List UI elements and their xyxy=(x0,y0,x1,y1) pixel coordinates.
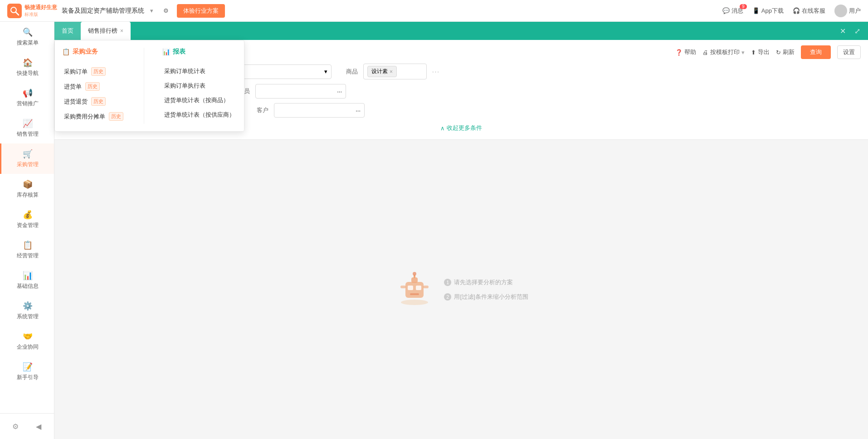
footer-settings-button[interactable]: ⚙ xyxy=(8,419,23,434)
menu-item-incoming-stats-supplier[interactable]: 进货单统计表（按供应商） xyxy=(162,108,237,122)
tab-home[interactable]: 首页 xyxy=(54,22,81,40)
app-download-button[interactable]: 📱 App下载 xyxy=(752,7,784,15)
online-service-button[interactable]: 🎧 在线客服 xyxy=(793,7,825,15)
messages-button[interactable]: 💬 消息 9 xyxy=(722,7,743,15)
tab-bar-actions: ✕ ⤢ xyxy=(837,25,868,36)
help-button[interactable]: ❓ 帮助 xyxy=(675,48,696,56)
svg-rect-11 xyxy=(423,286,429,288)
customer-label: 客户 xyxy=(257,106,268,114)
menu-item-order-stats[interactable]: 采购订单统计表 xyxy=(162,64,237,79)
headset-icon: 🎧 xyxy=(793,7,800,14)
sidebar-item-marketing[interactable]: 📢 营销推广 xyxy=(0,83,54,113)
report-section-title: 📊 报表 xyxy=(162,48,237,59)
menu-item-incoming-stats-goods[interactable]: 进货单统计表（按商品） xyxy=(162,93,237,108)
user-button[interactable]: 用户 xyxy=(834,5,861,17)
sidebar-item-search[interactable]: 🔍 搜索菜单 xyxy=(0,22,54,52)
goods-more-dots[interactable]: ··· xyxy=(432,68,440,75)
voucher-status-select[interactable]: ▾ xyxy=(241,64,332,79)
menu-item-return[interactable]: 进货退货 历史 xyxy=(62,94,126,109)
system-settings-icon[interactable]: ⚙ xyxy=(159,4,173,18)
svg-rect-4 xyxy=(408,286,413,290)
refresh-button[interactable]: ↻ 刷新 xyxy=(776,48,795,56)
history-badge-0: 历史 xyxy=(91,67,106,76)
print-dropdown-arrow[interactable]: ▾ xyxy=(741,49,745,56)
ops-icon: 📋 xyxy=(23,240,33,250)
customer-dots: ··· xyxy=(356,107,361,114)
trial-button[interactable]: 体验行业方案 xyxy=(177,4,225,18)
sidebar-item-inventory[interactable]: 📦 库存核算 xyxy=(0,174,54,204)
sys-icon: ⚙️ xyxy=(23,301,33,311)
goods-tag-close[interactable]: × xyxy=(390,69,393,75)
sidebar-item-quick-nav[interactable]: 🏠 快捷导航 xyxy=(0,52,54,83)
menu-item-expense[interactable]: 采购费用分摊单 历史 xyxy=(62,109,126,124)
purchase-icon: 🛒 xyxy=(23,149,33,159)
sidebar-item-enterprise[interactable]: 🤝 企业协同 xyxy=(0,326,54,356)
menu-divider xyxy=(144,48,144,124)
tab-bar: 首页 销售排行榜 × ✕ ⤢ xyxy=(54,22,868,40)
step2-num: 2 xyxy=(444,293,451,301)
query-button[interactable]: 查询 xyxy=(801,45,831,59)
empty-text: 1 请先选择要分析的方案 2 用[过滤]条件来缩小分析范围 xyxy=(444,276,528,303)
sales-icon: 📈 xyxy=(23,118,33,128)
finance-icon: 💰 xyxy=(23,210,33,220)
sidebar-item-sys[interactable]: ⚙️ 系统管理 xyxy=(0,296,54,326)
footer-collapse-button[interactable]: ◀ xyxy=(31,419,46,434)
tab-expand-button[interactable]: ⤢ xyxy=(852,25,863,36)
menu-item-incoming[interactable]: 进货单 历史 xyxy=(62,79,126,94)
empty-state: 1 请先选择要分析的方案 2 用[过滤]条件来缩小分析范围 xyxy=(394,268,528,311)
history-badge-3: 历史 xyxy=(109,112,123,121)
goods-label: 商品 xyxy=(346,68,358,76)
purchase-section-title: 📋 采购业务 xyxy=(62,48,126,59)
refresh-icon: ↻ xyxy=(776,49,781,56)
menu-item-purchase-order[interactable]: 采购订单 历史 xyxy=(62,64,126,79)
print-icon: 🖨 xyxy=(702,49,708,56)
sidebar-item-finance[interactable]: 💰 资金管理 xyxy=(0,204,54,235)
export-button[interactable]: ⬆ 导出 xyxy=(751,48,770,56)
empty-illustration xyxy=(394,268,435,311)
inventory-icon: 📦 xyxy=(23,179,33,189)
settings-button[interactable]: 设置 xyxy=(837,45,861,59)
sidebar-item-ops[interactable]: 📋 经营管理 xyxy=(0,235,54,265)
collapse-icon: ∧ xyxy=(440,125,445,132)
enterprise-icon: 🤝 xyxy=(23,331,33,341)
svg-rect-10 xyxy=(400,286,406,288)
message-icon: 💬 xyxy=(722,7,730,14)
sidebar-item-purchase[interactable]: 🛒 采购管理 xyxy=(0,143,54,174)
sidebar-item-basic-info[interactable]: 📊 基础信息 xyxy=(0,265,54,296)
system-dropdown-arrow[interactable]: ▾ xyxy=(148,7,155,15)
logo-area: 畅捷通好生意 标准版 xyxy=(7,4,62,18)
system-title-area: 装备及固定资产辅助管理系统 ▾ ⚙ 体验行业方案 xyxy=(62,4,722,18)
tab-sales-rank[interactable]: 销售排行榜 × xyxy=(81,22,131,40)
svg-rect-5 xyxy=(416,286,421,290)
tab-close-icon[interactable]: × xyxy=(120,28,123,34)
collapse-button[interactable]: ∧ 收起更多条件 xyxy=(437,122,486,134)
logo-icon xyxy=(7,4,22,18)
notification-badge: 9 xyxy=(740,4,747,9)
menu-item-order-exec[interactable]: 采购订单执行表 xyxy=(162,79,237,93)
goods-input-area[interactable]: 设计素 × xyxy=(363,64,427,79)
help-icon: ❓ xyxy=(675,49,683,56)
sidebar-footer: ⚙ ◀ xyxy=(0,413,54,439)
header-right: 💬 消息 9 📱 App下载 🎧 在线客服 用户 xyxy=(722,5,861,17)
report-menu-section: 📊 报表 采购订单统计表 采购订单执行表 进货单统计表（按商品） 进货单统计表（… xyxy=(162,48,237,124)
svg-point-9 xyxy=(413,272,416,276)
print-button[interactable]: 🖨 按模板打印 ▾ xyxy=(702,48,745,56)
customer-select[interactable]: ··· xyxy=(274,103,365,118)
phone-icon: 📱 xyxy=(752,7,760,14)
voucher-status-arrow: ▾ xyxy=(324,68,327,75)
step1-num: 1 xyxy=(444,279,451,286)
salesperson-select[interactable]: ··· xyxy=(255,84,346,99)
svg-line-1 xyxy=(16,12,19,15)
svg-point-2 xyxy=(401,300,428,305)
tab-close-button[interactable]: ✕ xyxy=(837,25,848,36)
sidebar-item-sales[interactable]: 📈 销售管理 xyxy=(0,113,54,143)
history-badge-2: 历史 xyxy=(91,97,106,106)
top-header: 畅捷通好生意 标准版 装备及固定资产辅助管理系统 ▾ ⚙ 体验行业方案 💬 消息… xyxy=(0,0,868,22)
search-icon: 🔍 xyxy=(23,27,33,37)
history-badge-1: 历史 xyxy=(85,82,100,91)
purchase-menu-section: 📋 采购业务 采购订单 历史 进货单 历史 进货退货 历史 采购费用分摊单 历史 xyxy=(62,48,126,124)
salesperson-arrow: ··· xyxy=(337,88,342,95)
sidebar-item-guide[interactable]: 📝 新手引导 xyxy=(0,356,54,387)
guide-icon: 📝 xyxy=(23,362,33,372)
basic-info-icon: 📊 xyxy=(23,271,33,281)
